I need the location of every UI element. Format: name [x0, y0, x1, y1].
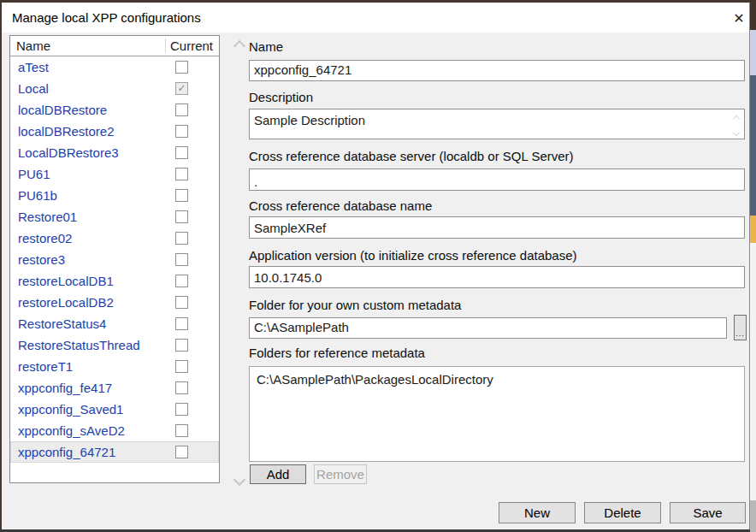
- current-checkbox[interactable]: [175, 253, 188, 266]
- current-checkbox[interactable]: [175, 232, 188, 245]
- config-name[interactable]: xppconfig_fe417: [10, 381, 175, 395]
- config-name[interactable]: LocalDBRestore3: [10, 145, 175, 160]
- current-checkbox[interactable]: [175, 296, 188, 309]
- delete-button[interactable]: Delete: [584, 502, 661, 523]
- config-name[interactable]: restore3: [10, 252, 175, 267]
- config-name[interactable]: xppconfig_Saved1: [10, 402, 175, 417]
- current-checkbox[interactable]: [175, 446, 188, 458]
- xref-name-label: Cross reference database name: [249, 198, 432, 213]
- background-sliver: [750, 216, 756, 243]
- current-checkbox[interactable]: [175, 381, 188, 394]
- config-list: Name Current aTestLocal✓localDBRestorelo…: [9, 35, 220, 483]
- config-name[interactable]: xppconfig_64721: [10, 445, 175, 459]
- list-item[interactable]: restoreLocalDB2: [10, 292, 219, 313]
- current-checkbox[interactable]: [175, 146, 188, 159]
- window-border-left: [0, 3, 2, 529]
- ref-folder-item[interactable]: C:\ASamplePath\PackagesLocalDirectory: [250, 367, 744, 387]
- config-name[interactable]: restoreLocalDB2: [10, 295, 175, 310]
- config-name[interactable]: restore02: [10, 231, 175, 245]
- new-button[interactable]: New: [499, 502, 576, 523]
- list-item[interactable]: xppconfig_64721: [10, 441, 219, 463]
- xref-server-input[interactable]: .: [249, 168, 745, 191]
- description-input[interactable]: Sample Description: [249, 109, 745, 139]
- current-checkbox[interactable]: [175, 360, 188, 373]
- browse-folder-button[interactable]: ...: [734, 315, 747, 340]
- list-item[interactable]: restore02: [10, 228, 219, 249]
- list-item[interactable]: RestoreStatusThread: [10, 334, 219, 356]
- background-sliver: [750, 75, 756, 216]
- list-item[interactable]: aTest: [10, 56, 219, 78]
- config-list-header: Name Current: [10, 36, 219, 56]
- config-name[interactable]: xppconfig_sAveD2: [10, 423, 175, 438]
- manage-xpp-configurations-dialog: Manage local XPP configurations ✕ Name C…: [0, 0, 756, 532]
- current-checkbox[interactable]: [175, 103, 188, 116]
- list-item[interactable]: RestoreStatus4: [10, 313, 219, 334]
- custom-folder-label: Folder for your own custom metadata: [249, 298, 461, 312]
- description-label: Description: [249, 90, 313, 104]
- current-checkbox[interactable]: [175, 125, 188, 138]
- list-item[interactable]: Restore01: [10, 206, 219, 228]
- current-checkbox[interactable]: [175, 403, 188, 416]
- current-checkbox[interactable]: [175, 61, 188, 74]
- scrollbar-up-icon[interactable]: [233, 40, 245, 52]
- add-button[interactable]: Add: [250, 464, 306, 484]
- app-version-label: Application version (to initialize cross…: [249, 248, 577, 263]
- config-name[interactable]: PU61: [10, 167, 175, 181]
- config-name[interactable]: aTest: [10, 60, 175, 74]
- current-checkbox[interactable]: [175, 339, 188, 352]
- scrollbar-down-icon[interactable]: [233, 474, 245, 486]
- xref-name-input[interactable]: SampleXRef: [249, 216, 745, 239]
- list-item[interactable]: PU61b: [10, 185, 219, 206]
- list-item[interactable]: PU61: [10, 163, 219, 185]
- current-checkbox[interactable]: [175, 210, 188, 223]
- list-item[interactable]: restoreLocalDB1: [10, 270, 219, 292]
- current-checkbox[interactable]: [175, 424, 188, 437]
- config-list-rows: aTestLocal✓localDBRestorelocalDBRestore2…: [10, 56, 219, 463]
- current-checkbox[interactable]: [175, 168, 188, 180]
- name-input[interactable]: xppconfig_64721: [249, 60, 745, 81]
- config-name[interactable]: localDBRestore: [10, 103, 175, 117]
- list-item[interactable]: xppconfig_sAveD2: [10, 420, 219, 441]
- custom-folder-input[interactable]: C:\ASamplePath: [249, 317, 727, 339]
- current-checkbox[interactable]: [175, 189, 188, 202]
- window-title: Manage local XPP configurations: [12, 10, 201, 25]
- config-name[interactable]: Restore01: [10, 210, 175, 224]
- name-label: Name: [249, 39, 283, 54]
- background-sliver: [750, 243, 756, 500]
- config-name[interactable]: restoreT1: [10, 359, 175, 374]
- list-item[interactable]: localDBRestore: [10, 99, 219, 121]
- title-bar: Manage local XPP configurations ✕: [2, 3, 749, 33]
- list-item[interactable]: Local✓: [10, 78, 219, 99]
- list-item[interactable]: restoreT1: [10, 356, 219, 377]
- background-sliver: [750, 500, 756, 532]
- current-checkbox[interactable]: [175, 275, 188, 287]
- app-version-input[interactable]: 10.0.1745.0: [249, 266, 745, 288]
- config-name[interactable]: RestoreStatus4: [10, 316, 175, 331]
- column-header-current[interactable]: Current: [166, 38, 213, 53]
- ref-folders-listbox[interactable]: C:\ASamplePath\PackagesLocalDirectory: [249, 366, 745, 462]
- config-name[interactable]: PU61b: [10, 188, 175, 203]
- config-name[interactable]: localDBRestore2: [10, 124, 175, 139]
- background-sliver: [750, 0, 756, 30]
- list-item[interactable]: localDBRestore2: [10, 121, 219, 142]
- save-button[interactable]: Save: [670, 502, 746, 523]
- remove-button: Remove: [314, 464, 367, 484]
- config-name[interactable]: Local: [10, 81, 175, 96]
- close-icon[interactable]: ✕: [728, 9, 750, 29]
- current-checkbox[interactable]: [175, 317, 188, 330]
- column-header-name[interactable]: Name: [10, 38, 165, 53]
- xref-server-label: Cross reference database server (localdb…: [249, 149, 574, 163]
- list-item[interactable]: LocalDBRestore3: [10, 142, 219, 163]
- background-sliver: [750, 30, 756, 75]
- list-item[interactable]: xppconfig_Saved1: [10, 399, 219, 420]
- list-item[interactable]: restore3: [10, 249, 219, 270]
- config-name[interactable]: restoreLocalDB1: [10, 274, 175, 288]
- current-checkbox[interactable]: ✓: [175, 82, 188, 95]
- list-item[interactable]: xppconfig_fe417: [10, 377, 219, 399]
- config-name[interactable]: RestoreStatusThread: [10, 338, 175, 352]
- ref-folders-label: Folders for reference metadata: [249, 346, 425, 360]
